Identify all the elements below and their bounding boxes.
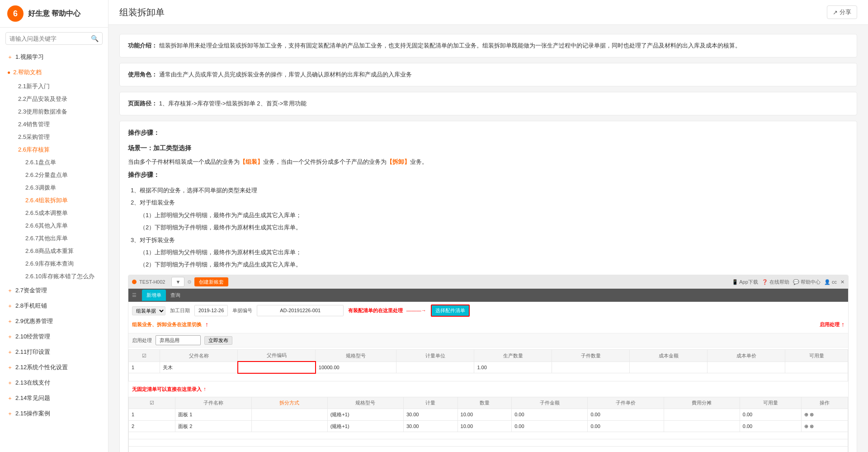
sidebar-item-data-prep[interactable]: 2.3使用前数据准备 bbox=[14, 105, 108, 118]
plus-icon: ＋ bbox=[7, 318, 13, 325]
sidebar-item-payment[interactable]: ＋ 2.13在线支付 bbox=[0, 375, 108, 390]
sidebar-item-stocktake[interactable]: 2.6.1盘点单 bbox=[22, 156, 108, 169]
sidebar-item-other-in[interactable]: 2.6.6其他入库单 bbox=[22, 219, 108, 232]
sidebar-item-install[interactable]: 2.2产品安装及登录 bbox=[14, 93, 108, 105]
sidebar-item-newbie[interactable]: 2.1新手入门 bbox=[14, 80, 108, 93]
sidebar-item-coupon[interactable]: ＋ 2.9优惠券管理 bbox=[0, 314, 108, 329]
step2-sub2: （2）下部明细为子件明细，最终作为原材料生成其它出库单。 bbox=[137, 222, 849, 233]
mock-nav-query: 查询 bbox=[166, 290, 185, 301]
mock-ltd-num: 10.00 bbox=[458, 409, 512, 421]
sidebar-item-faq[interactable]: ＋ 2.14常见问题 bbox=[0, 390, 108, 406]
mock-nav-active: 新增单 bbox=[142, 290, 166, 301]
mock-type-select[interactable]: 组装单据 拆卸单据 bbox=[132, 306, 165, 315]
mock-upper-table: ☑ 父件名称 父件编码 规格型号 计量单位 生产数量 子件数量 成本金额 成本单… bbox=[128, 349, 848, 381]
mock-td-spec: 10000.00 bbox=[316, 362, 396, 373]
mock-service-icon: 💬 帮助中心 bbox=[793, 278, 821, 286]
mock-th-cost-price: 成本单价 bbox=[708, 350, 785, 362]
sidebar-item-stock-query[interactable]: 2.6.9库存账本查询 bbox=[22, 257, 108, 270]
mock-td-prod: 1.00 bbox=[474, 362, 552, 373]
mock-confirm-btn[interactable]: 立即发布 bbox=[204, 336, 232, 345]
mock-ltd-op: ⊕ ⊗ bbox=[801, 409, 848, 421]
mock-th-parent-code: 父件编码 bbox=[238, 350, 316, 362]
sidebar: 6 好生意 帮助中心 🔍 ＋ 1.视频学习 ● 2.帮助文档 2.1新手入门 2… bbox=[0, 0, 108, 452]
mock-ltd-op2: ⊕ ⊗ bbox=[801, 420, 848, 432]
search-input[interactable] bbox=[9, 35, 91, 42]
content-area: 功能介绍： 组装拆卸单用来处理企业组装或拆卸等加工业务，支持有固定装配清单的产品… bbox=[108, 25, 868, 452]
mock-ltd-name2: 面板 2 bbox=[175, 420, 251, 432]
sidebar-item-label: 2.12系统个性化设置 bbox=[15, 363, 68, 371]
sidebar-item-transfer[interactable]: 2.6.3调拨单 bbox=[22, 181, 108, 194]
table-row: 1 关木 10000.00 1.00 bbox=[129, 362, 848, 373]
top-bar: 组装拆卸单 ↗ 分享 bbox=[108, 0, 868, 25]
mock-ltd-price2: 0.00 bbox=[588, 420, 664, 432]
step3-sub2: （2）下部明细为子件明细，最终作为产成品生成其它入库单。 bbox=[137, 259, 849, 270]
mock-lth-unit: 计量 bbox=[403, 397, 458, 409]
mock-ltd-code bbox=[251, 409, 327, 421]
sidebar-item-inventory[interactable]: 2.6库存核算 bbox=[14, 143, 108, 156]
sidebar-item-docs[interactable]: ● 2.帮助文档 bbox=[0, 65, 108, 80]
plus-icon: ＋ bbox=[7, 364, 13, 371]
annotation-assembly-list: 有装配清单的在这里处理 bbox=[348, 308, 403, 313]
sidebar-item-batch-stocktake[interactable]: 2.6.2分量盘点单 bbox=[22, 169, 108, 181]
mock-lth-sub-amt: 子件金额 bbox=[512, 397, 588, 409]
mock-ltd-price: 0.00 bbox=[588, 409, 664, 421]
mock-title: TEST-H002 bbox=[139, 278, 165, 286]
sidebar-item-cases[interactable]: ＋ 2.15操作案例 bbox=[0, 406, 108, 421]
search-icon[interactable]: 🔍 bbox=[91, 35, 99, 42]
mock-ltd-2: 2 bbox=[129, 420, 175, 432]
sidebar-item-finance[interactable]: ＋ 2.7资金管理 bbox=[0, 283, 108, 298]
mock-select-list-btn[interactable]: 选择配件清单 bbox=[431, 305, 470, 317]
table-row bbox=[129, 439, 848, 447]
mock-th-check: ☑ bbox=[129, 350, 160, 362]
table-row bbox=[129, 373, 848, 381]
step1: 1、根据不同的业务，选择不同单据的类型来处理 bbox=[128, 185, 849, 195]
sidebar-item-ops[interactable]: ＋ 2.10经营管理 bbox=[0, 329, 108, 344]
mock-help-icon: ❓ 在线帮助 bbox=[762, 278, 789, 286]
sidebar-item-video[interactable]: ＋ 1.视频学习 bbox=[0, 49, 108, 65]
plus-icon: ＋ bbox=[7, 395, 13, 402]
mock-close-icon: ✕ bbox=[840, 278, 844, 286]
sidebar-item-cost-recalc[interactable]: 2.6.8商品成本重算 bbox=[22, 245, 108, 257]
sidebar-item-assembly[interactable]: 2.6.4组装拆卸单 bbox=[22, 194, 108, 207]
app-logo: 6 bbox=[7, 5, 24, 22]
step2: 2、对于组装业务 bbox=[128, 197, 849, 208]
sidebar-item-label: 2.11打印设置 bbox=[15, 348, 50, 356]
sidebar-item-personalize[interactable]: ＋ 2.12系统个性化设置 bbox=[0, 360, 108, 375]
mock-ltd-spec: (规格+1) bbox=[327, 409, 403, 421]
plus-icon: ＋ bbox=[7, 410, 13, 418]
mock-discard-label: 启用处理 bbox=[132, 336, 152, 345]
feature-intro-label: 功能介绍： bbox=[128, 42, 157, 49]
sidebar-item-cost-adjust[interactable]: 2.6.5成本调整单 bbox=[22, 207, 108, 219]
steps-block: 操作步骤： 场景一：加工类型选择 当由多个子件材料组装成一个成品的业务为【组装】… bbox=[119, 121, 857, 452]
sidebar-item-purchase[interactable]: 2.5采购管理 bbox=[14, 131, 108, 143]
sidebar-item-mobile[interactable]: ＋ 2.8手机旺铺 bbox=[0, 298, 108, 314]
sidebar-item-label: 2.8手机旺铺 bbox=[15, 302, 47, 310]
sidebar-item-stock-fix[interactable]: 2.6.10库存账本错了怎么办 bbox=[22, 270, 108, 283]
mock-user-icon: 👤 cc bbox=[824, 278, 837, 286]
mock-th-prod-qty: 生产数量 bbox=[474, 350, 552, 362]
sidebar-item-print[interactable]: ＋ 2.11打印设置 bbox=[0, 344, 108, 360]
share-button[interactable]: ↗ 分享 bbox=[827, 5, 857, 19]
mock-lth-num: 数量 bbox=[458, 397, 512, 409]
sidebar-item-other-out[interactable]: 2.6.7其他出库单 bbox=[22, 232, 108, 245]
mock-lth-spec: 规格型号 bbox=[327, 397, 403, 409]
sidebar-item-sales[interactable]: 2.4销售管理 bbox=[14, 118, 108, 131]
feature-intro-block: 功能介绍： 组装拆卸单用来处理企业组装或拆卸等加工业务，支持有固定装配清单的产品… bbox=[119, 34, 857, 57]
mock-date-val: 2019-12-26 bbox=[194, 305, 228, 316]
mock-create-btn: 创建新账套 bbox=[194, 277, 228, 287]
mock-ltd-avail2: 0.00 bbox=[740, 420, 801, 432]
mock-td-cost-p bbox=[708, 362, 785, 373]
annotation-no-bom: 无固定清单可以直接在这里录入 bbox=[132, 386, 202, 392]
table-row: 1 面板 1 (规格+1) 30.00 10.00 0.00 0.00 0.00 bbox=[129, 409, 848, 421]
mock-th-avail: 可用量 bbox=[785, 350, 848, 362]
search-box[interactable]: 🔍 bbox=[5, 32, 103, 45]
screenshot-container: TEST-H002 ▼ ⚙ 创建新账套 📱 App下载 ❓ 在线帮助 💬 帮助中… bbox=[128, 275, 849, 452]
mock-lth-avail: 可用量 bbox=[740, 397, 801, 409]
mock-td-1: 1 bbox=[129, 362, 160, 373]
table-row: 2 面板 2 (规格+1) 30.00 10.00 0.00 0.00 0.00 bbox=[129, 420, 848, 432]
mock-lth-sub-code: 拆分方式 bbox=[251, 397, 327, 409]
sidebar-item-label: 2.14常见问题 bbox=[15, 394, 50, 402]
mock-th-parent-name: 父件名称 bbox=[160, 350, 238, 362]
mock-td-cost-a bbox=[630, 362, 708, 373]
plus-icon: ＋ bbox=[7, 379, 13, 387]
